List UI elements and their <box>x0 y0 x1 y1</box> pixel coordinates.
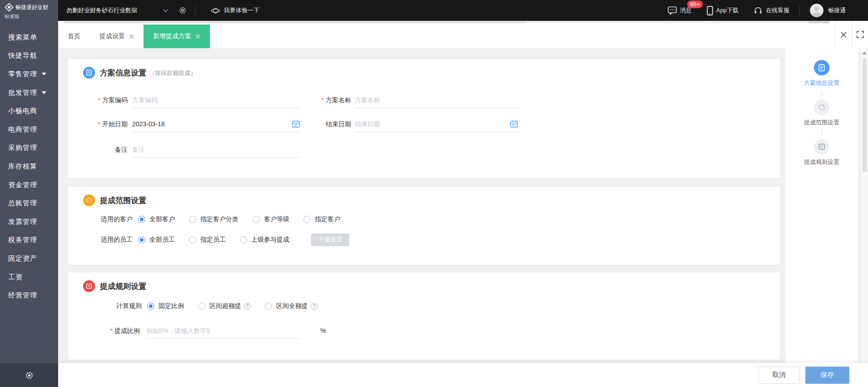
horizontal-scrollbar[interactable] <box>64 21 825 23</box>
sidebar-item-business-mgmt[interactable]: 经营管理 <box>0 286 58 305</box>
radio-icon <box>265 303 272 310</box>
plan-name-input[interactable] <box>355 96 518 104</box>
radio-superior-participates[interactable]: 上级参与提成 <box>240 236 289 244</box>
radio-customer-category[interactable]: 指定客户分类 <box>189 215 238 223</box>
help-icon[interactable] <box>311 303 317 310</box>
radio-interval-excess[interactable]: 区间超额提 <box>198 302 251 310</box>
sidebar-item-search-menu[interactable]: 搜索菜单 <box>0 28 58 47</box>
main-content: 方案信息设置 （按回款额提成） 方案编码 方案名称 开始日期 结束日期 <box>58 48 868 387</box>
radio-icon <box>147 303 154 310</box>
end-date-label: 结束日期 <box>268 116 351 132</box>
radio-fixed-ratio[interactable]: 固定比例 <box>147 302 184 310</box>
section-title: 方案信息设置 <box>100 68 146 78</box>
username-label[interactable]: 畅捷通 <box>828 6 846 15</box>
close-tab-icon[interactable] <box>129 34 134 39</box>
rules-icon <box>83 280 95 292</box>
caret-down-icon <box>42 91 46 94</box>
radio-interval-full[interactable]: 区间全额提 <box>265 302 317 310</box>
sidebar: 畅捷通好业财 标准版 搜索菜单 快捷导航 零售管理 批发管理 小畅电商 电商管理… <box>0 0 58 387</box>
logo-block: 畅捷通好业财 标准版 <box>0 0 58 24</box>
commission-ratio-input[interactable] <box>146 327 300 334</box>
app-download-button[interactable]: App下载 <box>704 6 739 15</box>
anchor-step-plan-info[interactable]: 方案信息设置 <box>804 60 839 87</box>
radio-icon <box>138 236 145 243</box>
radio-all-employees[interactable]: 全部员工 <box>138 236 175 244</box>
step-connector <box>822 90 822 96</box>
radio-specified-employees[interactable]: 指定员工 <box>189 236 226 244</box>
section-commission-scope: 提成范围设置 适用的客户 全部客户 指定客户分类 客户等级 指定客户 适用的员工… <box>68 187 780 265</box>
radio-icon <box>189 236 196 243</box>
calendar-icon[interactable] <box>510 120 518 128</box>
percent-unit: % <box>320 322 326 339</box>
hscroll-thumb[interactable] <box>808 21 830 23</box>
subordinate-settings-button[interactable]: 下属设置 <box>311 233 349 246</box>
org-selector[interactable]: 勿删好业财务砂石行业数据 <box>66 6 137 15</box>
brand-logo-icon <box>5 3 14 12</box>
sidebar-item-invoices[interactable]: 发票管理 <box>0 213 58 231</box>
save-button[interactable]: 保存 <box>805 367 849 384</box>
sidebar-item-retail[interactable]: 零售管理 <box>0 65 58 84</box>
tab-home[interactable]: 首页 <box>58 25 90 48</box>
sidebar-settings-button[interactable] <box>0 363 58 387</box>
hscroll-thumb[interactable] <box>64 21 527 23</box>
end-date-input[interactable] <box>355 120 510 128</box>
close-tab-icon[interactable] <box>195 34 200 39</box>
scroll-up-arrow-icon[interactable] <box>862 51 867 55</box>
sidebar-item-xiaochang-ecommerce[interactable]: 小畅电商 <box>0 102 58 120</box>
sidebar-item-payroll[interactable]: 工资 <box>0 268 58 287</box>
cancel-button[interactable]: 取消 <box>759 367 799 384</box>
scope-step-icon <box>814 99 829 115</box>
user-avatar[interactable] <box>810 4 823 17</box>
experience-button[interactable]: 我要体验一下 <box>207 6 259 15</box>
sidebar-item-tax[interactable]: 税务管理 <box>0 231 58 250</box>
brand-title: 畅捷通好业财 <box>15 4 48 11</box>
settings-gear-icon[interactable] <box>179 6 187 15</box>
radio-specified-customers[interactable]: 指定客户 <box>303 215 340 223</box>
help-icon[interactable] <box>244 303 251 310</box>
anchor-step-scope[interactable]: 提成范围设置 <box>804 99 839 127</box>
phone-icon <box>707 6 713 15</box>
anchor-step-rules[interactable]: 提成规则设置 <box>804 139 839 166</box>
topbar: 勿删好业财务砂石行业数据 我要体验一下 消息 99+ <box>58 0 868 21</box>
sidebar-item-quick-nav[interactable]: 快捷导航 <box>0 47 58 65</box>
employee-scope-label: 适用的员工 <box>83 236 133 244</box>
calc-rule-label: 计算规则 <box>97 302 142 310</box>
messages-button[interactable]: 消息 99+ <box>665 6 692 15</box>
vertical-scrollbar[interactable] <box>860 48 868 363</box>
section-subtitle: （按回款额提成） <box>149 68 196 77</box>
action-bar: 取消 保存 <box>58 363 868 387</box>
radio-icon <box>303 216 311 223</box>
tabbar: 首页 提成设置 新增提成方案 <box>58 21 868 48</box>
sidebar-item-inventory[interactable]: 库存核算 <box>0 157 58 176</box>
sidebar-item-wholesale[interactable]: 批发管理 <box>0 84 58 102</box>
rules-step-icon <box>814 139 829 154</box>
step-connector <box>822 130 822 136</box>
radio-icon <box>189 216 196 223</box>
sidebar-item-purchasing[interactable]: 采购管理 <box>0 139 58 158</box>
online-service-button[interactable]: 在线客服 <box>750 6 789 15</box>
fullscreen-icon[interactable] <box>852 21 868 48</box>
topbar-divider <box>195 5 195 15</box>
chevron-down-icon[interactable] <box>163 9 169 13</box>
section-commission-rules: 提成规则设置 计算规则 固定比例 区间超额提 区间全额提 提成比例 % <box>68 273 780 360</box>
sidebar-item-fixed-assets[interactable]: 固定资产 <box>0 249 58 268</box>
tab-commission-settings[interactable]: 提成设置 <box>90 25 144 48</box>
sidebar-item-funds[interactable]: 资金管理 <box>0 176 58 194</box>
sidebar-menu: 搜索菜单 快捷导航 零售管理 批发管理 小畅电商 电商管理 采购管理 库存核算 … <box>0 24 58 305</box>
plan-info-step-icon <box>814 60 829 75</box>
topbar-divider <box>799 5 800 15</box>
section-plan-info: 方案信息设置 （按回款额提成） 方案编码 方案名称 开始日期 结束日期 <box>68 59 780 178</box>
remark-input[interactable] <box>132 146 300 153</box>
radio-all-customers[interactable]: 全部客户 <box>138 215 175 223</box>
vscroll-thumb[interactable] <box>863 58 867 172</box>
radio-customer-level[interactable]: 客户等级 <box>253 215 289 223</box>
tab-new-commission-plan[interactable]: 新增提成方案 <box>144 25 210 48</box>
plan-info-icon <box>83 67 95 79</box>
start-date-label: 开始日期 <box>83 116 128 132</box>
sidebar-item-ecommerce[interactable]: 电商管理 <box>0 120 58 139</box>
close-all-tabs-button[interactable] <box>836 21 851 48</box>
gear-icon <box>25 371 34 380</box>
radio-icon <box>198 303 205 310</box>
sidebar-item-general-ledger[interactable]: 总账管理 <box>0 194 58 213</box>
section-title: 提成范围设置 <box>100 195 146 206</box>
